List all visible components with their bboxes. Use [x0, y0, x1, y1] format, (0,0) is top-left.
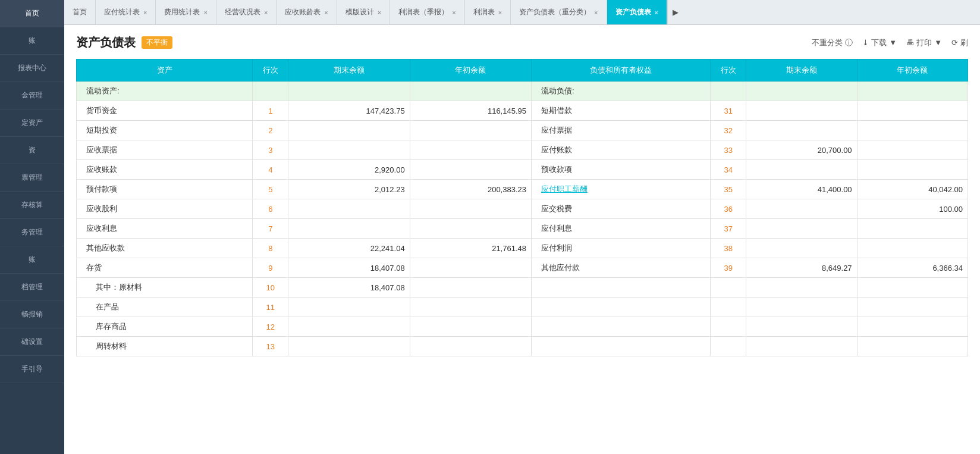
cell-asset-name: 应收票据 [77, 140, 253, 160]
cell-end-balance [288, 199, 410, 219]
close-icon[interactable]: × [143, 9, 147, 16]
table-row: 应收账款 4 2,920.00 预收款项 34 [77, 160, 968, 180]
cell-row-num2: 34 [711, 160, 746, 180]
tab-expense-stats[interactable]: 费用统计表 × [156, 0, 216, 25]
sidebar-item-investment[interactable]: 资 [0, 137, 64, 164]
balance-sheet-table: 资产 行次 期末余额 年初余额 负债和所有者权益 行次 期末余额 年初余额 流动… [76, 59, 968, 356]
cell-row-num2: 32 [711, 121, 746, 140]
cell-end-balance2 [746, 199, 857, 219]
cell-end-balance2: 8,649.27 [746, 258, 857, 278]
section-left: 流动资产: [77, 82, 253, 101]
sidebar-item-account[interactable]: 账 [0, 27, 64, 55]
sidebar-item-fund-mgmt[interactable]: 金管理 [0, 82, 64, 109]
cell-liability-name [532, 278, 711, 298]
close-icon[interactable]: × [264, 9, 268, 16]
tab-profit[interactable]: 利润表 × [465, 0, 511, 25]
sidebar-item-expense[interactable]: 畅报销 [0, 301, 64, 328]
cell-year-start [410, 199, 531, 219]
cell-liability-name: 应付利润 [532, 239, 711, 258]
cell-asset-name: 应收利息 [77, 219, 253, 239]
cell-liability-name [532, 337, 711, 356]
sidebar-item-ledger[interactable]: 账 [0, 246, 64, 274]
table-row: 货币资金 1 147,423.75 116,145.95 短期借款 31 [77, 101, 968, 121]
section-row-num-right [711, 82, 746, 101]
section-end-left [288, 82, 410, 101]
sidebar-item-report-center[interactable]: 报表中心 [0, 55, 64, 82]
cell-year-start2 [857, 317, 968, 337]
print-btn[interactable]: 🖶 打印 ▼ [906, 37, 942, 48]
table-row: 流动资产: 流动负债: [77, 82, 968, 101]
tab-template-design[interactable]: 模版设计 × [337, 0, 390, 25]
sidebar-item-inventory[interactable]: 存核算 [0, 192, 64, 219]
cell-year-start2 [857, 278, 968, 298]
cell-asset-name: 短期投资 [77, 121, 253, 140]
cell-year-start [410, 160, 531, 180]
close-icon[interactable]: × [498, 9, 502, 16]
section-row-num-left [253, 82, 288, 101]
cell-year-start [410, 337, 531, 356]
cell-year-start2 [857, 337, 968, 356]
cell-year-start [410, 298, 531, 317]
tab-profit-quarterly[interactable]: 利润表（季报） × [390, 0, 464, 25]
tab-scroll-right[interactable]: ▶ [667, 0, 683, 25]
tab-payable-stats[interactable]: 应付统计表 × [96, 0, 156, 25]
help-icon: ⓘ [845, 37, 853, 48]
cell-liability-name: 短期借款 [532, 101, 711, 121]
cell-end-balance2 [746, 278, 857, 298]
cell-end-balance: 2,012.23 [288, 180, 410, 199]
col-liabilities: 负债和所有者权益 [532, 60, 711, 82]
download-btn[interactable]: ⤓ 下载 ▼ [862, 37, 897, 48]
sidebar: 首页 账 报表中心 金管理 定资产 资 票管理 存核算 务管理 账 档管理 畅报… [0, 0, 64, 454]
cell-end-balance: 22,241.04 [288, 239, 410, 258]
col-assets: 资产 [77, 60, 253, 82]
sidebar-item-ticket-mgmt[interactable]: 票管理 [0, 164, 64, 192]
col-year-start2: 年初余额 [857, 60, 968, 82]
col-row-num2: 行次 [711, 60, 746, 82]
page-header: 资产负债表 不平衡 不重分类 ⓘ ⤓ 下载 ▼ 🖶 打印 [76, 35, 968, 51]
cell-end-balance [288, 298, 410, 317]
classify-label: 不重分类 [812, 37, 843, 48]
sidebar-item-fixed-assets[interactable]: 定资产 [0, 109, 64, 137]
sidebar-item-business-mgmt[interactable]: 务管理 [0, 219, 64, 246]
tab-receivable-aging[interactable]: 应收账龄表 × [277, 0, 337, 25]
cell-end-balance: 2,920.00 [288, 160, 410, 180]
cell-end-balance [288, 140, 410, 160]
tab-operation-status[interactable]: 经营状况表 × [216, 0, 277, 25]
cell-row-num: 5 [253, 180, 288, 199]
cell-row-num: 11 [253, 298, 288, 317]
cell-liability-name: 应付职工薪酬 [532, 180, 711, 199]
col-end-balance: 期末余额 [288, 60, 410, 82]
sidebar-item-guide[interactable]: 手引导 [0, 356, 64, 383]
cell-year-start [410, 278, 531, 298]
refresh-btn[interactable]: ⟳ 刷 [951, 37, 968, 48]
cell-end-balance2: 41,400.00 [746, 180, 857, 199]
cell-row-num2 [711, 337, 746, 356]
download-label: 下载 [871, 37, 887, 48]
close-icon[interactable]: × [203, 9, 207, 16]
download-icon: ⤓ [862, 38, 869, 47]
cell-year-start [410, 219, 531, 239]
cell-row-num: 7 [253, 219, 288, 239]
cell-asset-name: 库存商品 [77, 317, 253, 337]
cell-liability-name: 应付票据 [532, 121, 711, 140]
close-icon[interactable]: × [378, 9, 381, 16]
close-icon[interactable]: × [324, 9, 328, 16]
table-row: 应收票据 3 应付账款 33 20,700.00 [77, 140, 968, 160]
classify-btn[interactable]: 不重分类 ⓘ [812, 37, 853, 48]
cell-year-start2 [857, 219, 968, 239]
tab-balance-reclassified[interactable]: 资产负债表（重分类） × [511, 0, 607, 25]
sidebar-item-settings[interactable]: 础设置 [0, 328, 64, 356]
cell-row-num2: 35 [711, 180, 746, 199]
tab-home[interactable]: 首页 [64, 0, 96, 25]
close-icon[interactable]: × [452, 9, 456, 16]
tab-balance-sheet[interactable]: 资产负债表 × [607, 0, 667, 25]
close-icon[interactable]: × [594, 9, 598, 16]
close-icon[interactable]: × [655, 9, 658, 16]
cell-year-start: 116,145.95 [410, 101, 531, 121]
col-row-num: 行次 [253, 60, 288, 82]
sidebar-item-file-mgmt[interactable]: 档管理 [0, 274, 64, 301]
cell-end-balance [288, 219, 410, 239]
chevron-down-icon: ▼ [889, 38, 897, 47]
content-area: 资产负债表 不平衡 不重分类 ⓘ ⤓ 下载 ▼ 🖶 打印 [64, 25, 980, 454]
sidebar-item-home[interactable]: 首页 [0, 0, 64, 27]
